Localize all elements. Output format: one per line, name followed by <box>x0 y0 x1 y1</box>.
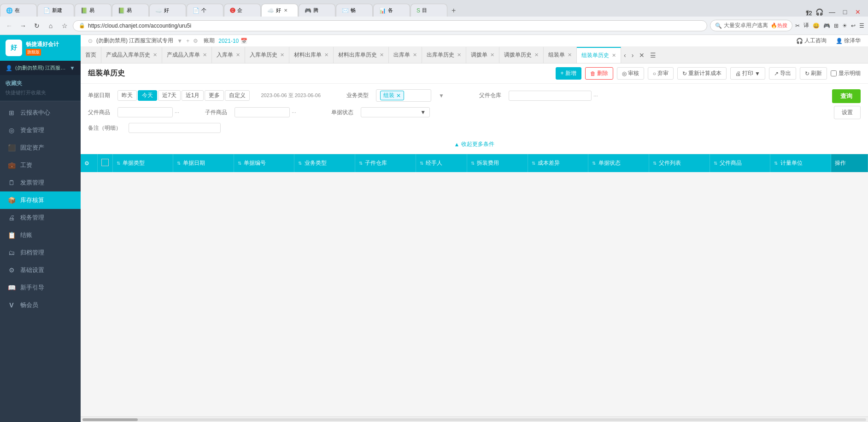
setup-button[interactable]: 设置 <box>834 106 861 119</box>
sidebar-item-archive[interactable]: 🗂 归档管理 <box>0 244 81 261</box>
child-goods-more[interactable]: ··· <box>292 109 296 116</box>
nav-tab-stock-in-history[interactable]: 入库单历史 ✕ <box>245 47 289 64</box>
col-bill-no[interactable]: ⇅ 单据编号 <box>234 154 294 172</box>
query-button[interactable]: 查询 <box>832 89 861 103</box>
undo-icon[interactable]: ↩ <box>851 23 856 29</box>
browser-tab-9[interactable]: 🎮 腾 <box>299 4 335 17</box>
abandon-btn[interactable]: ○ 弃审 <box>648 67 674 80</box>
custom-btn[interactable]: 自定义 <box>225 90 250 101</box>
nav-tab-out-history[interactable]: 出库单历史 ✕ <box>422 47 466 64</box>
browser-tab-10[interactable]: ✉️ 畅 <box>336 4 373 17</box>
nav-tab-close-5[interactable]: ✕ <box>324 52 328 58</box>
nav-tab-assemble-history[interactable]: 调拨单历史 ✕ <box>499 47 544 64</box>
browser-tab-7[interactable]: 🅒 企 <box>224 4 261 17</box>
minimize-btn[interactable]: — <box>827 7 837 17</box>
col-bill-date[interactable]: ⇅ 单据日期 <box>173 154 234 172</box>
nav-tab-close-3[interactable]: ✕ <box>236 52 240 58</box>
col-parent-goods[interactable]: ⇅ 父件商品 <box>710 154 770 172</box>
nav-tab-kit-history[interactable]: 组装单历史 ✕ <box>577 47 621 64</box>
nav-tab-prod-in-history[interactable]: 产成品入库单历史 ✕ <box>101 47 162 64</box>
nav-tab-close-1[interactable]: ✕ <box>153 52 157 58</box>
browser-tab-4[interactable]: 📗 易 <box>112 4 149 17</box>
remark-input[interactable] <box>129 123 221 133</box>
select-all-checkbox[interactable] <box>101 159 109 166</box>
sidebar-item-fund[interactable]: ◎ 资金管理 <box>0 121 81 139</box>
display-detail-input[interactable] <box>831 70 837 76</box>
sidebar-item-tax[interactable]: 🖨 税务管理 <box>0 209 81 226</box>
account-dropdown-arrow[interactable]: ▼ <box>177 38 182 44</box>
child-goods-input[interactable] <box>235 107 290 117</box>
col-unit[interactable]: ⇅ 计量单位 <box>770 154 831 172</box>
nav-tab-close-6[interactable]: ✕ <box>380 52 384 58</box>
more-btn[interactable]: 更多 <box>205 90 224 101</box>
biz-type-dropdown[interactable]: ▼ <box>439 92 444 99</box>
nav-tab-close-11[interactable]: ✕ <box>568 52 572 58</box>
biz-type-tag-close[interactable]: ✕ <box>396 92 401 99</box>
review-btn[interactable]: ◎ 审核 <box>617 67 644 80</box>
maximize-btn[interactable]: □ <box>840 7 850 17</box>
menu-icon[interactable]: ☰ <box>859 23 864 29</box>
user-service-btn[interactable]: 🎧 人工咨询 <box>796 37 827 45</box>
tab-close-8[interactable]: ✕ <box>284 8 287 13</box>
delete-btn[interactable]: 🗑 删除 <box>585 67 613 80</box>
today-btn[interactable]: 今天 <box>138 90 157 101</box>
browser-tab-1[interactable]: 🌐 在 <box>0 4 37 17</box>
reload-btn[interactable]: ↻ <box>31 20 42 31</box>
nav-tab-close-10[interactable]: ✕ <box>534 52 539 58</box>
parent-warehouse-input[interactable] <box>509 91 592 101</box>
col-handler[interactable]: ⇅ 经手人 <box>416 154 467 172</box>
nav-tab-home[interactable]: 首页 <box>81 47 101 64</box>
browser-tab-8[interactable]: ☁️ 好 ✕ <box>261 4 298 17</box>
forward-btn[interactable]: → <box>18 20 29 31</box>
browser-tab-11[interactable]: 📊 各 <box>373 4 410 17</box>
sidebar-item-settings[interactable]: ⚙ 基础设置 <box>0 261 81 279</box>
new-tab-button[interactable]: + <box>448 5 459 17</box>
sidebar-account[interactable]: 👤 (勿删勿禁用) 江西服宝测试专用 ▼ <box>0 61 81 75</box>
col-biz-type[interactable]: ⇅ 业务类型 <box>294 154 355 172</box>
export-btn[interactable]: ↗ 导出 <box>769 67 796 80</box>
grid-icon[interactable]: ⊞ <box>834 23 839 29</box>
col-parent-list[interactable]: ⇅ 父件列表 <box>649 154 710 172</box>
new-btn[interactable]: + 新增 <box>556 67 581 80</box>
browser-tab-6[interactable]: 📄 个 <box>187 4 223 17</box>
col-cost-diff[interactable]: ⇅ 成本差异 <box>528 154 588 172</box>
nav-tab-stock-in[interactable]: 入库单 ✕ <box>212 47 245 64</box>
parent-warehouse-more[interactable]: ··· <box>593 92 598 99</box>
browser-tab-12[interactable]: S 目 <box>411 4 447 17</box>
refresh-btn[interactable]: ↻ 刷新 <box>800 67 827 80</box>
col-bill-type[interactable]: ⇅ 单据类型 <box>112 154 173 172</box>
sidebar-item-salary[interactable]: 💼 工资 <box>0 156 81 174</box>
home-btn[interactable]: ⌂ <box>45 20 56 31</box>
nav-tab-mat-out-history[interactable]: 材料出库单历史 ✕ <box>334 47 389 64</box>
col-bill-status[interactable]: ⇅ 单据状态 <box>588 154 649 172</box>
add-account-btn[interactable]: + <box>186 38 189 44</box>
nav-tab-prod-in[interactable]: 产成品入库单 ✕ <box>162 47 212 64</box>
col-settings[interactable]: ⚙ <box>81 154 97 172</box>
address-bar[interactable]: 🔒 https://cloud.chanjet.com/accounting/u… <box>73 20 707 31</box>
headphone-btn[interactable]: 🎧 <box>815 7 824 17</box>
nav-tab-close-2[interactable]: ✕ <box>203 52 207 58</box>
bookmark-btn[interactable]: ☆ <box>59 20 70 31</box>
nav-tab-close-4[interactable]: ✕ <box>280 52 284 58</box>
col-disassemble-fee[interactable]: ⇅ 拆装费用 <box>467 154 528 172</box>
sidebar-item-cloud-report[interactable]: ⊞ 云报表中心 <box>0 104 81 121</box>
sidebar-item-fixed-assets[interactable]: ⬛ 固定资产 <box>0 139 81 156</box>
browser-tab-5[interactable]: ☁️ 好 <box>149 4 186 17</box>
parent-goods-input[interactable] <box>117 107 173 117</box>
7days-btn[interactable]: 近7天 <box>158 90 181 101</box>
sidebar-item-settlement[interactable]: 📋 结账 <box>0 226 81 244</box>
nav-tab-close-12[interactable]: ✕ <box>612 52 616 58</box>
bill-status-select[interactable]: ▼ <box>361 107 430 117</box>
sidebar-item-guide[interactable]: 📖 新手引导 <box>0 279 81 296</box>
translate-icon[interactable]: 译 <box>803 22 809 29</box>
nav-tab-close-7[interactable]: ✕ <box>413 52 417 58</box>
1month-btn[interactable]: 近1月 <box>182 90 204 101</box>
sidebar-item-member[interactable]: V 畅会员 <box>0 296 81 314</box>
biz-type-input[interactable]: 组装 ✕ <box>376 89 431 102</box>
sidebar-item-invoice[interactable]: 🗒 发票管理 <box>0 174 81 191</box>
yesterday-btn[interactable]: 昨天 <box>117 90 137 101</box>
parent-goods-more[interactable]: ··· <box>175 109 179 116</box>
col-child-warehouse[interactable]: ⇅ 子件仓库 <box>355 154 416 172</box>
nav-tab-out[interactable]: 出库单 ✕ <box>389 47 422 64</box>
nav-tab-close-8[interactable]: ✕ <box>457 52 461 58</box>
